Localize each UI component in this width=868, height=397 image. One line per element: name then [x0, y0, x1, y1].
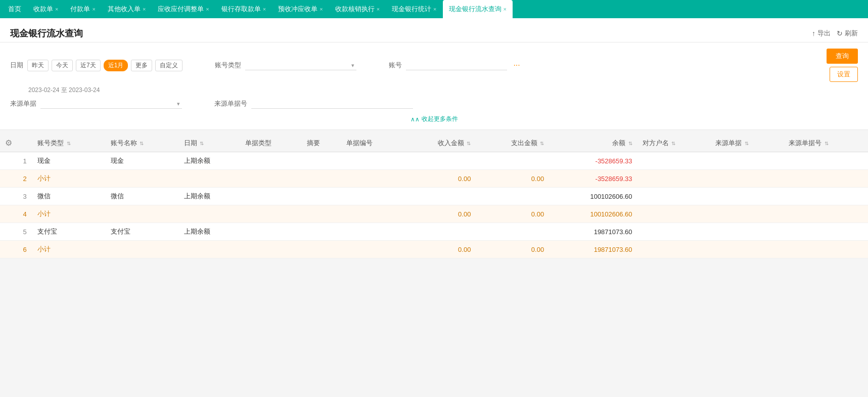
table-row: 3微信微信上期余额100102606.60 [0, 188, 868, 205]
row-source-doc-num [784, 152, 868, 170]
account-input[interactable] [406, 60, 507, 70]
row-doc-type [240, 170, 302, 188]
row-expense: 0.00 [476, 241, 549, 258]
row-account-name [106, 170, 179, 188]
collapse-bar[interactable]: ∧∧ 收起更多条件 [10, 113, 858, 123]
top-nav: 首页 收款单 × 付款单 × 其他收入单 × 应收应付调整单 × 银行存取款单 … [0, 0, 868, 18]
main-table: ⚙ 账号类型 ⇅ 账号名称 ⇅ 日期 ⇅ 单据类型 [0, 134, 868, 258]
btn-group: 查询 设置 [827, 49, 858, 82]
col-expense[interactable]: 支出金额 ⇅ [476, 134, 549, 152]
col-date[interactable]: 日期 ⇅ [179, 134, 241, 152]
date-btn-7days[interactable]: 近7天 [76, 60, 101, 71]
row-account-type: 支付宝 [32, 223, 106, 241]
row-gear-cell [0, 152, 17, 170]
row-source-doc-num [784, 170, 868, 188]
row-source-doc [710, 170, 784, 188]
date-btn-today[interactable]: 今天 [52, 60, 73, 71]
sort-expense-icon: ⇅ [540, 141, 544, 146]
collapse-label: 收起更多条件 [422, 115, 458, 123]
table-row: 5支付宝支付宝上期余额19871073.60 [0, 223, 868, 241]
row-summary [302, 188, 341, 205]
account-dots-btn[interactable]: ··· [511, 61, 522, 70]
nav-close-shoukuan[interactable]: × [55, 0, 58, 18]
row-account-type: 小计 [32, 170, 106, 188]
row-source-doc-num [784, 223, 868, 241]
date-btn-more[interactable]: 更多 [131, 60, 152, 71]
row-balance: 100102606.60 [549, 188, 637, 205]
row-doc-type [240, 152, 302, 170]
row-expense: 0.00 [476, 170, 549, 188]
date-btn-custom[interactable]: 自定义 [155, 60, 182, 71]
sort-account-name-icon: ⇅ [140, 141, 144, 146]
nav-close-other-income[interactable]: × [143, 0, 146, 18]
nav-verify[interactable]: 收款核销执行 × [329, 0, 386, 18]
date-filter-group: 日期 昨天 今天 近7天 近1月 更多 自定义 [10, 60, 182, 71]
row-date [179, 241, 241, 258]
row-doc-type [240, 188, 302, 205]
account-type-filter-group: 账号类型 ▾ [215, 60, 356, 70]
nav-cash-stats[interactable]: 现金银行统计 × [386, 0, 442, 18]
col-source-doc[interactable]: 来源单据 ⇅ [710, 134, 784, 152]
nav-close-cash-flow[interactable]: × [504, 0, 507, 18]
table-area: ⚙ 账号类型 ⇅ 账号名称 ⇅ 日期 ⇅ 单据类型 [0, 134, 868, 258]
account-type-select[interactable] [245, 60, 356, 70]
row-source-doc [710, 152, 784, 170]
page-title: 现金银行流水查询 [10, 27, 83, 39]
refresh-link[interactable]: ↻ 刷新 [837, 29, 858, 38]
nav-fukuan[interactable]: 付款单 × [64, 0, 101, 18]
nav-home[interactable]: 首页 [2, 0, 27, 18]
nav-close-cash-stats[interactable]: × [433, 0, 436, 18]
row-expense: 0.00 [476, 205, 549, 223]
export-link[interactable]: ↑ 导出 [812, 29, 831, 38]
col-account-type[interactable]: 账号类型 ⇅ [32, 134, 106, 152]
row-expense [476, 223, 549, 241]
col-income[interactable]: 收入金额 ⇅ [403, 134, 476, 152]
query-button[interactable]: 查询 [827, 49, 858, 64]
col-counterpart[interactable]: 对方户名 ⇅ [637, 134, 711, 152]
nav-close-bank-deposit[interactable]: × [263, 0, 266, 18]
nav-advance[interactable]: 预收冲应收单 × [272, 0, 329, 18]
nav-other-income[interactable]: 其他收入单 × [102, 0, 152, 18]
table-row: 1现金现金上期余额-3528659.33 [0, 152, 868, 170]
source-doc-label: 来源单据 [10, 99, 36, 108]
row-source-doc-num [784, 205, 868, 223]
table-gear-icon[interactable]: ⚙ [5, 139, 12, 147]
row-doc-type [240, 223, 302, 241]
row-doc-num [341, 223, 403, 241]
table-body: 1现金现金上期余额-3528659.332小计0.000.00-3528659.… [0, 152, 868, 258]
row-source-doc [710, 241, 784, 258]
settings-button[interactable]: 设置 [830, 67, 858, 82]
source-doc-filter-group: 来源单据 ▾ [10, 99, 182, 109]
col-source-doc-num[interactable]: 来源单据号 ⇅ [784, 134, 868, 152]
row-balance: 100102606.60 [549, 205, 637, 223]
row-source-doc [710, 223, 784, 241]
nav-close-advance[interactable]: × [319, 0, 323, 18]
col-account-name[interactable]: 账号名称 ⇅ [106, 134, 179, 152]
sort-source-doc-icon: ⇅ [745, 141, 749, 146]
row-counterpart [637, 170, 711, 188]
collapse-up-icon: ∧∧ [410, 116, 420, 123]
source-doc-select[interactable] [40, 99, 182, 109]
nav-close-adjust[interactable]: × [206, 0, 209, 18]
table-row: 6小计0.000.0019871073.60 [0, 241, 868, 258]
row-gear-cell [0, 205, 17, 223]
row-number: 6 [17, 241, 32, 258]
source-doc-num-input[interactable] [251, 99, 413, 109]
refresh-icon: ↻ [837, 29, 843, 37]
nav-close-verify[interactable]: × [377, 0, 380, 18]
col-summary: 摘要 [302, 134, 341, 152]
date-btn-yesterday[interactable]: 昨天 [27, 60, 49, 71]
nav-close-fukuan[interactable]: × [92, 0, 95, 18]
row-doc-num [341, 152, 403, 170]
row-balance: 19871073.60 [549, 223, 637, 241]
nav-adjust[interactable]: 应收应付调整单 × [152, 0, 215, 18]
row-counterpart [637, 152, 711, 170]
col-balance[interactable]: 余额 ⇅ [549, 134, 637, 152]
filter-area: 日期 昨天 今天 近7天 近1月 更多 自定义 账号类型 ▾ 账号 [0, 42, 868, 130]
nav-shoukuan[interactable]: 收款单 × [27, 0, 64, 18]
nav-bank-deposit[interactable]: 银行存取款单 × [215, 0, 272, 18]
nav-cash-flow[interactable]: 现金银行流水查询 × [443, 0, 513, 18]
row-gear-cell [0, 223, 17, 241]
date-btn-1month[interactable]: 近1月 [104, 60, 128, 71]
row-doc-type [240, 241, 302, 258]
